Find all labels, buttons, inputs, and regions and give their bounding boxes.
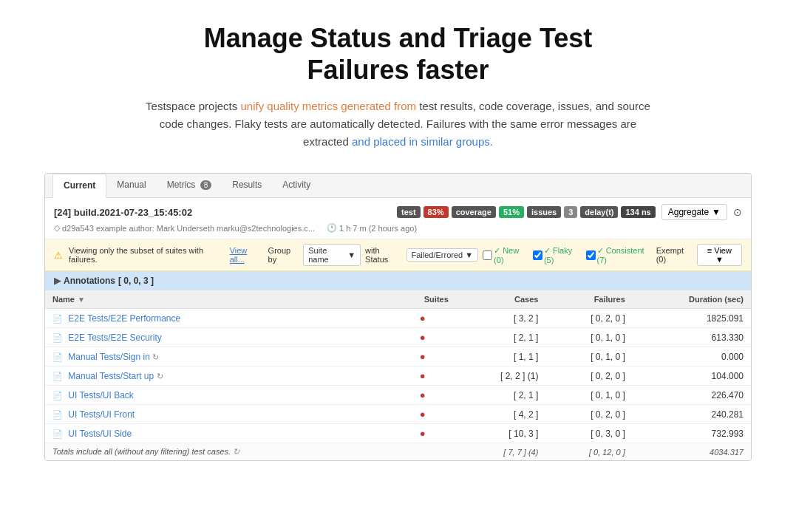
flaky-checkbox-item[interactable]: ✓ Flaky (5)	[533, 246, 580, 265]
row-name-link[interactable]: UI Tests/UI Side	[68, 429, 132, 439]
commit-text: d29a543 example author: Mark Underseth m…	[62, 224, 315, 233]
view-button[interactable]: ≡ View ▼	[697, 244, 742, 266]
cell-suites: ●	[389, 328, 455, 347]
cell-name: 📄 Manual Tests/Start up ↻	[45, 366, 389, 386]
issues-badge-value: 3	[564, 206, 577, 218]
tab-bar: Current Manual Metrics 8 Results Activit…	[45, 174, 751, 198]
cell-name: 📄 UI Tests/UI Front	[45, 405, 389, 424]
cell-duration: 104.000	[633, 366, 751, 386]
exempt-label: Exempt (0)	[656, 246, 693, 264]
cell-failures: [ 0, 3, 0 ]	[545, 424, 632, 443]
cell-cases: [ 3, 2 ]	[456, 309, 546, 328]
row-doc-icon: 📄	[52, 352, 63, 361]
totals-row: Totals include all (without any filterin…	[45, 443, 751, 461]
col-failures: Failures	[545, 290, 632, 309]
status-value: Failed/Errored	[412, 250, 463, 259]
cell-failures: [ 0, 2, 0 ]	[545, 366, 632, 386]
expand-icon[interactable]: ▶	[54, 276, 61, 286]
refresh-icon: ↻	[152, 352, 159, 361]
clock-icon: 🕐	[327, 223, 337, 233]
cell-suites: ●	[389, 405, 455, 424]
suite-status-icon: ●	[420, 313, 426, 324]
github-icon[interactable]: ⊙	[733, 206, 742, 218]
build-badges: test 83% coverage 51% issues 3 delay(t) …	[397, 206, 656, 218]
cell-cases: [ 10, 3 ]	[456, 424, 546, 443]
cell-name: 📄 Manual Tests/Sign in ↻	[45, 347, 389, 366]
refresh-icon: ↻	[157, 372, 163, 381]
table-row: 📄 Manual Tests/Start up ↻ ● [ 2, 2 ] (1)…	[45, 366, 751, 386]
filter-bar: ⚠ Viewing only the subset of suites with…	[45, 239, 751, 271]
consistent-checkbox-item[interactable]: ✓ Consistent (7)	[586, 246, 650, 265]
cell-failures: [ 0, 1, 0 ]	[545, 386, 632, 405]
totals-duration: 4034.317	[633, 443, 751, 461]
row-doc-icon: 📄	[52, 410, 63, 419]
consistent-checkbox[interactable]	[586, 250, 596, 260]
group-by-label: Group by	[268, 246, 299, 264]
test-badge-value: 83%	[423, 206, 449, 218]
group-by-select[interactable]: Suite name ▼	[303, 244, 361, 266]
totals-refresh-icon: ↻	[233, 447, 239, 456]
issues-badge-label: issues	[527, 206, 561, 218]
row-name-link[interactable]: UI Tests/UI Front	[68, 409, 135, 420]
totals-failures: [ 0, 12, 0 ]	[545, 443, 632, 461]
delay-badge-label: delay(t)	[580, 206, 618, 218]
tab-manual[interactable]: Manual	[106, 174, 156, 198]
aggregate-label: Aggregate	[668, 207, 709, 217]
cell-failures: [ 0, 2, 0 ]	[545, 309, 632, 328]
build-header: [24] build.2021-07-23_15:45:02 test 83% …	[45, 198, 751, 239]
suite-status-icon: ●	[420, 389, 426, 400]
build-title: [24] build.2021-07-23_15:45:02	[54, 207, 192, 218]
row-name-link[interactable]: Manual Tests/Sign in	[68, 352, 150, 362]
aggregate-button[interactable]: Aggregate ▼	[661, 204, 727, 220]
totals-cases: [ 7, 7 ] (4)	[456, 443, 546, 461]
row-name-link[interactable]: Manual Tests/Start up	[68, 371, 154, 381]
cell-duration: 732.993	[633, 424, 751, 443]
metrics-badge: 8	[200, 180, 212, 190]
tab-activity[interactable]: Activity	[272, 174, 321, 198]
suite-status-icon: ●	[420, 409, 426, 420]
cell-name: 📄 UI Tests/UI Side	[45, 424, 389, 443]
cell-name: 📄 E2E Tests/E2E Performance	[45, 309, 389, 328]
sort-icon[interactable]: ▼	[78, 296, 85, 304]
cell-cases: [ 1, 1 ]	[456, 347, 546, 366]
cell-duration: 613.330	[633, 328, 751, 347]
cell-duration: 0.000	[633, 347, 751, 366]
suite-status-icon: ●	[420, 370, 426, 381]
new-checkbox[interactable]	[483, 250, 492, 260]
name-col-label: Name	[52, 295, 75, 304]
tab-results[interactable]: Results	[222, 174, 272, 198]
row-name-link[interactable]: UI Tests/UI Back	[68, 390, 133, 400]
status-select[interactable]: Failed/Errored ▼	[406, 248, 479, 262]
cell-suites: ●	[389, 309, 455, 328]
row-doc-icon: 📄	[52, 372, 63, 381]
table-row: 📄 E2E Tests/E2E Security ● [ 2, 1 ] [ 0,…	[45, 328, 751, 347]
cell-suites: ●	[389, 347, 455, 366]
table-row: 📄 Manual Tests/Sign in ↻ ● [ 1, 1 ] [ 0,…	[45, 347, 751, 366]
consistent-label: ✓ Consistent (7)	[597, 246, 650, 265]
tab-metrics[interactable]: Metrics 8	[157, 174, 222, 198]
hero-section: Manage Status and Triage Test Failures f…	[44, 22, 752, 151]
cell-duration: 240.281	[633, 405, 751, 424]
cell-suites: ●	[389, 424, 455, 443]
cell-duration: 1825.091	[633, 309, 751, 328]
cell-cases: [ 2, 2 ] (1)	[456, 366, 546, 386]
cell-cases: [ 2, 1 ]	[456, 386, 546, 405]
new-label: ✓ New (0)	[494, 246, 527, 265]
new-checkbox-item[interactable]: ✓ New (0)	[483, 246, 527, 265]
annotations-label: Annotations	[64, 276, 115, 286]
filter-warning-text: Viewing only the subset of suites with f…	[69, 246, 224, 264]
totals-note: Totals include all (without any filterin…	[45, 443, 389, 461]
suite-status-icon: ●	[420, 351, 426, 362]
flaky-checkbox[interactable]	[533, 250, 542, 260]
cell-failures: [ 0, 1, 0 ]	[545, 328, 632, 347]
commit-icon: ◇	[54, 223, 60, 233]
build-meta: ◇ d29a543 example author: Mark Underseth…	[54, 223, 742, 233]
coverage-badge-label: coverage	[452, 206, 496, 218]
row-name-link[interactable]: E2E Tests/E2E Performance	[68, 313, 180, 324]
col-name: Name ▼	[45, 290, 389, 309]
row-name-link[interactable]: E2E Tests/E2E Security	[68, 332, 162, 343]
view-all-link[interactable]: View all...	[230, 246, 262, 264]
cell-name: 📄 UI Tests/UI Back	[45, 386, 389, 405]
cell-failures: [ 0, 1, 0 ]	[545, 347, 632, 366]
tab-current[interactable]: Current	[52, 174, 106, 198]
